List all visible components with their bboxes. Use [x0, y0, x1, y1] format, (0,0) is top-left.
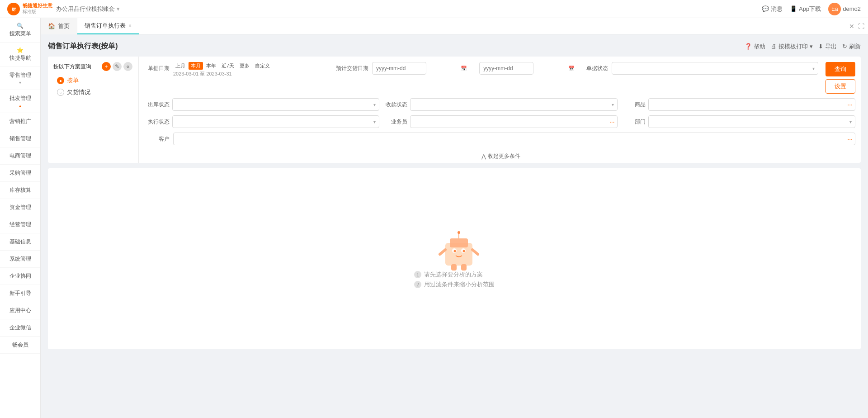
tip-num-0: 1: [414, 271, 421, 278]
expected-date-end-input[interactable]: [479, 62, 533, 75]
payment-status-select[interactable]: [410, 98, 617, 111]
date-dash: —: [472, 65, 477, 72]
breadcrumb-text: 办公用品行业模拟账套: [56, 5, 115, 13]
filter-panel: 按以下方案查询 + ✎ « ● 按单 ○: [48, 57, 861, 163]
delivery-status-select[interactable]: [172, 98, 379, 111]
tab-sales-exec[interactable]: 销售订单执行表 ×: [77, 18, 139, 34]
col-field-delivery-status: 出库状态: [146, 98, 379, 111]
scheme-collapse-btn[interactable]: «: [123, 62, 132, 71]
svg-rect-3: [450, 238, 468, 247]
sidebar-item-purchase[interactable]: 采购管理: [0, 165, 40, 182]
empty-state: 1 请先选择要分析的方案 2 用过滤条件来缩小分析范围: [405, 200, 504, 318]
sidebar-item-enterprise[interactable]: 企业协同: [0, 268, 40, 285]
customer-dots-btn[interactable]: ···: [847, 135, 853, 142]
sidebar-item-app-center[interactable]: 应用中心: [0, 302, 40, 319]
breadcrumb-drop-icon[interactable]: ▾: [117, 5, 120, 12]
sidebar-item-guide[interactable]: 新手引导: [0, 285, 40, 302]
date-quick-custom[interactable]: 自定义: [253, 62, 272, 70]
sidebar-item-retail[interactable]: 零售管理 ▾: [0, 67, 40, 90]
empty-icon: [436, 227, 472, 263]
scheme-edit-btn[interactable]: ✎: [113, 62, 122, 71]
goods-input-inner: [648, 98, 855, 111]
date-label: 单据日期: [146, 62, 170, 72]
sidebar-item-sales[interactable]: 销售管理: [0, 130, 40, 147]
tab-home[interactable]: 🏠 首页: [41, 18, 77, 34]
quick-nav-icon: ⭐: [17, 47, 24, 53]
sidebar-item-base-info[interactable]: 基础信息: [0, 233, 40, 251]
svg-text:财: 财: [11, 7, 16, 12]
empty-svg-icon: [436, 227, 481, 272]
user-avatar: Ea: [828, 3, 841, 15]
main-layout: 🔍 搜索菜单 ⭐ 快捷导航 零售管理 ▾ 批发管理 ▴ 营销推广 销售管理 电商…: [0, 18, 868, 418]
refresh-btn[interactable]: ↻ 刷新: [842, 43, 861, 51]
expected-date-range: 📅 — 📅: [372, 62, 577, 75]
sidebar-item-business[interactable]: 经营管理: [0, 216, 40, 233]
refresh-icon: ↻: [842, 43, 847, 50]
date-quick-row: 上月 本月 本年 近7天 更多 自定义: [173, 62, 272, 70]
date-quick-more[interactable]: 更多: [237, 62, 252, 70]
scheme-add-btn[interactable]: +: [102, 62, 111, 71]
tabs-right: ✕ ⛶: [849, 23, 868, 30]
sidebar-item-inventory[interactable]: 库存核算: [0, 182, 40, 199]
collapse-more-icon: ⋀: [481, 153, 486, 160]
query-btn[interactable]: 查询: [826, 62, 855, 76]
empty-tip-1: 2 用过滤条件来缩小分析范围: [414, 280, 495, 289]
sidebar-item-member[interactable]: 畅会员: [0, 337, 40, 354]
salesperson-dots-btn[interactable]: ···: [609, 118, 615, 125]
sidebar-item-quick-nav[interactable]: ⭐ 快捷导航: [0, 43, 40, 67]
scheme-item-1[interactable]: ○ 欠货情况: [53, 86, 132, 98]
sidebar-item-finance[interactable]: 资金管理: [0, 199, 40, 216]
expected-date-end-wrap: 📅: [479, 62, 577, 75]
exec-status-label: 执行状态: [146, 118, 170, 126]
sidebar-item-search-menu[interactable]: 🔍 搜索菜单: [0, 18, 40, 43]
scheme-icons: + ✎ «: [102, 62, 132, 71]
tab-close-all-icon[interactable]: ✕: [849, 23, 854, 30]
exec-status-select[interactable]: [172, 115, 379, 128]
logo-svg: 财: [9, 5, 18, 13]
print-btn[interactable]: 🖨 按模板打印 ▾: [771, 43, 813, 51]
salesperson-label: 业务员: [384, 118, 407, 126]
user-menu-btn[interactable]: Ea demo2: [828, 3, 861, 15]
empty-state-panel: 1 请先选择要分析的方案 2 用过滤条件来缩小分析范围: [48, 168, 861, 349]
tabs-bar: 🏠 首页 销售订单执行表 × ✕ ⛶: [41, 18, 868, 34]
date-field-group: 单据日期 上月 本月 本年 近7天 更多 自定义: [146, 62, 336, 77]
dept-select[interactable]: [648, 115, 855, 128]
date-quick-last-month[interactable]: 上月: [173, 62, 188, 70]
goods-dots-btn[interactable]: ···: [847, 101, 853, 108]
scheme-item-0[interactable]: ● 按单: [53, 75, 132, 86]
collapse-more-btn[interactable]: ⋀ 收起更多条件: [146, 150, 855, 163]
help-btn[interactable]: ❓ 帮助: [745, 43, 765, 51]
col-field-goods: 商品 ···: [622, 98, 855, 111]
expected-date-label: 预计交货日期: [336, 65, 368, 72]
date-quick-this-month[interactable]: 本月: [189, 62, 203, 70]
date-quick-this-year[interactable]: 本年: [204, 62, 218, 70]
sidebar-item-wholesale[interactable]: 批发管理 ▴: [0, 90, 40, 113]
sidebar: 🔍 搜索菜单 ⭐ 快捷导航 零售管理 ▾ 批发管理 ▴ 营销推广 销售管理 电商…: [0, 18, 41, 418]
message-icon: 💬: [762, 5, 769, 12]
sidebar-item-wechat[interactable]: 企业微信: [0, 319, 40, 337]
message-btn[interactable]: 💬 消息: [762, 5, 783, 13]
filter-row-2: 出库状态 收款状态: [146, 98, 855, 111]
export-icon: ⬇: [818, 43, 823, 50]
app-download-btn[interactable]: 📱 App下载: [790, 5, 821, 13]
tab-close-icon[interactable]: ×: [128, 23, 132, 29]
top-bar: 财 畅捷通好生意 标准版 办公用品行业模拟账套 ▾ 💬 消息 📱 App下载 E…: [0, 0, 868, 18]
sidebar-item-ecommerce[interactable]: 电商管理: [0, 147, 40, 165]
svg-point-13: [458, 231, 460, 234]
top-bar-left: 财 畅捷通好生意 标准版 办公用品行业模拟账套 ▾: [7, 3, 120, 15]
col-field-exec-status: 执行状态: [146, 115, 379, 128]
sidebar-item-system[interactable]: 系统管理: [0, 251, 40, 268]
expected-date-start-input[interactable]: [372, 62, 426, 75]
payment-status-label: 收款状态: [384, 101, 407, 109]
wholesale-arrow-icon: ▴: [19, 103, 21, 108]
settings-btn[interactable]: 设置: [826, 79, 855, 94]
doc-status-select[interactable]: [612, 62, 819, 75]
salesperson-input-wrap: ···: [410, 115, 617, 128]
tab-expand-icon[interactable]: ⛶: [858, 23, 864, 30]
tip-num-1: 2: [414, 281, 421, 288]
export-btn[interactable]: ⬇ 导出: [818, 43, 837, 51]
scheme-header: 按以下方案查询 + ✎ «: [53, 62, 132, 71]
search-menu-icon: 🔍: [17, 23, 24, 29]
date-quick-7days[interactable]: 近7天: [219, 62, 236, 70]
sidebar-item-marketing[interactable]: 营销推广: [0, 113, 40, 130]
